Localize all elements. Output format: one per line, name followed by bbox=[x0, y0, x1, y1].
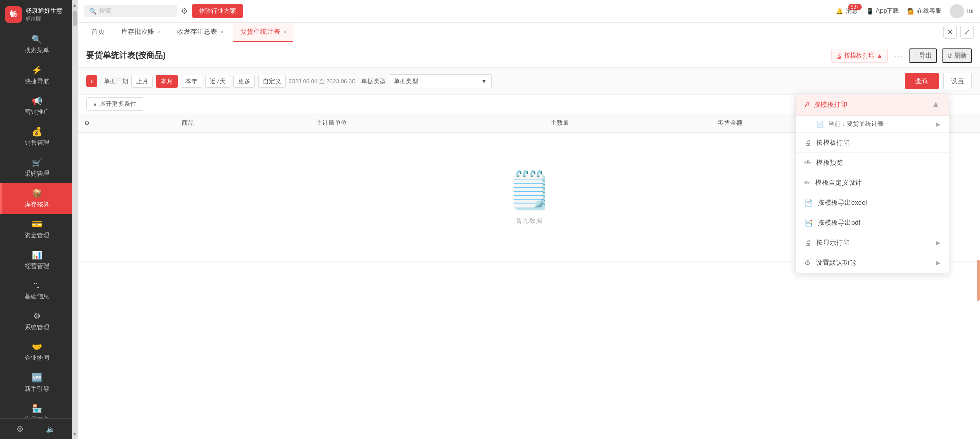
settings-icon[interactable]: ⚙ bbox=[16, 424, 24, 434]
sidebar-item-guide[interactable]: 🆕 新手引导 bbox=[0, 368, 72, 398]
industry-btn[interactable]: 体验行业方案 bbox=[192, 4, 243, 18]
online-service-btn[interactable]: 💁 在线客服 bbox=[907, 7, 942, 15]
print-btn[interactable]: 🖨 按模板打印 ▲ bbox=[831, 49, 888, 63]
sidebar-item-search[interactable]: 🔍 搜索菜单 bbox=[0, 29, 72, 60]
empty-illustration: 🗒️ bbox=[507, 169, 552, 211]
sidebar-logo: 畅 畅康通好生意 标准版 bbox=[0, 0, 72, 29]
tab-order-stats[interactable]: 要货单统计表 × bbox=[233, 23, 293, 42]
phone-icon: 📱 bbox=[866, 8, 874, 15]
dropdown-item-template-print[interactable]: 🖨 按模板打印 bbox=[796, 133, 949, 153]
refresh-btn[interactable]: ↺ 刷新 bbox=[942, 48, 972, 63]
display-print-arrow: ▶ bbox=[936, 239, 940, 246]
sidebar-item-appstore[interactable]: 🏪 应用中心 bbox=[0, 398, 72, 418]
export-excel-icon: 📄 bbox=[804, 199, 813, 207]
sidebar-item-purchase[interactable]: 🛒 采购管理 bbox=[0, 152, 72, 183]
topbar-search[interactable]: 🔍 搜索 bbox=[84, 5, 177, 17]
date-btn-last-7days[interactable]: 近7天 bbox=[205, 75, 230, 88]
online-service-label: 在线客服 bbox=[917, 7, 942, 15]
volume-icon[interactable]: 🔈 bbox=[46, 424, 56, 434]
settings-gear-icon[interactable]: ⚙ bbox=[181, 6, 188, 16]
expand-more-label: 展开更多条件 bbox=[100, 100, 136, 108]
tab-collection-summary[interactable]: 收发存汇总表 × bbox=[170, 23, 230, 42]
dropdown-item-display-print[interactable]: 🖨 按显示打印 ▶ bbox=[796, 233, 949, 253]
sidebar: 畅 畅康通好生意 标准版 🔍 搜索菜单 ⚡ 快捷导航 📢 营销推广 💰 销售管理… bbox=[0, 0, 72, 439]
window-expand-btn[interactable]: ⤢ bbox=[960, 26, 974, 39]
export-excel-label: 按模板导出excel bbox=[818, 198, 867, 207]
app-download-btn[interactable]: 📱 App下载 bbox=[866, 7, 899, 15]
dropdown-item-default-func[interactable]: ⚙ 设置默认功能 ▶ bbox=[796, 253, 949, 273]
date-btn-more[interactable]: 更多 bbox=[233, 75, 255, 88]
service-icon: 💁 bbox=[907, 8, 915, 15]
purchase-icon: 🛒 bbox=[32, 158, 42, 167]
scroll-thumb[interactable] bbox=[73, 11, 77, 26]
sidebar-item-sales[interactable]: 💰 销售管理 bbox=[0, 122, 72, 152]
display-print-icon: 🖨 bbox=[804, 239, 811, 247]
dropdown-title: 按模板打印 bbox=[814, 100, 847, 109]
template-print-icon: 🖨 bbox=[804, 139, 811, 147]
sidebar-nav: 🔍 搜索菜单 ⚡ 快捷导航 📢 营销推广 💰 销售管理 🛒 采购管理 📦 库存核… bbox=[0, 29, 72, 418]
logo-icon: 畅 bbox=[5, 6, 22, 23]
dropdown-item-template-preview[interactable]: 👁 模板预览 bbox=[796, 153, 949, 173]
tab-inventory-batch-close[interactable]: × bbox=[158, 29, 161, 35]
scroll-up-btn[interactable]: ▲ bbox=[72, 0, 78, 10]
print-dropdown: 🖨 按模板打印 ▲ 📄 当前：要货单统计表 ▶ 🖨 按模板打印 👁 模板预览 bbox=[795, 93, 949, 273]
display-print-label: 按显示打印 bbox=[816, 238, 850, 247]
messages-badge: 99+ bbox=[848, 4, 862, 10]
order-type-select[interactable]: 单据类型 ▼ bbox=[389, 74, 492, 88]
default-func-arrow: ▶ bbox=[936, 259, 940, 266]
shortcut-icon: ⚡ bbox=[32, 65, 42, 75]
tab-order-stats-close[interactable]: × bbox=[283, 29, 286, 35]
sidebar-scrollbar[interactable]: ▲ ▼ bbox=[72, 0, 78, 439]
page-content: 要货单统计表(按商品) 🖨 按模板打印 ▲ ⋯ ↑ 导出 ↺ 刷新 bbox=[78, 42, 980, 439]
date-btn-custom[interactable]: 自定义 bbox=[258, 75, 286, 88]
messages-btn[interactable]: 🔔 消息 99+ bbox=[836, 7, 858, 15]
right-scrollbar[interactable] bbox=[977, 260, 980, 301]
operation-icon: 📊 bbox=[32, 250, 42, 260]
filter-bar: › 单据日期 上月 本月 本年 近7天 更多 自定义 2023-06-01 至 … bbox=[78, 68, 980, 95]
export-icon: ↑ bbox=[914, 52, 917, 60]
table-settings-btn[interactable]: 设置 bbox=[943, 73, 972, 89]
dropdown-close-btn[interactable]: ▲ bbox=[931, 99, 940, 110]
col-settings[interactable]: ⚙ bbox=[78, 113, 175, 133]
dropdown-item-export-pdf[interactable]: 📑 按模板导出pdf bbox=[796, 213, 949, 233]
sidebar-item-inventory[interactable]: 📦 库存核算 bbox=[0, 183, 72, 214]
sidebar-item-operation[interactable]: 📊 经营管理 bbox=[0, 245, 72, 276]
date-btn-this-year[interactable]: 本年 bbox=[181, 75, 202, 88]
window-close-btn[interactable]: ✕ bbox=[943, 26, 957, 39]
expand-more-btn[interactable]: ∨ 展开更多条件 bbox=[86, 97, 143, 111]
dropdown-item-template-custom[interactable]: ✏ 模板自定义设计 bbox=[796, 173, 949, 193]
chevron-down-icon: ▼ bbox=[481, 78, 487, 85]
sidebar-item-label: 基础信息 bbox=[25, 292, 49, 301]
current-template-label: 当前：要货单统计表 bbox=[828, 120, 884, 128]
print-icon: 🖨 bbox=[836, 52, 842, 60]
export-btn[interactable]: ↑ 导出 bbox=[909, 48, 937, 63]
date-btn-this-month[interactable]: 本月 bbox=[156, 75, 178, 88]
scroll-down-btn[interactable]: ▼ bbox=[72, 429, 78, 439]
tab-inventory-batch[interactable]: 库存批次账 × bbox=[114, 23, 168, 42]
query-btn[interactable]: 查询 bbox=[905, 73, 939, 89]
sidebar-item-shortcut[interactable]: ⚡ 快捷导航 bbox=[0, 60, 72, 91]
app-download-label: App下载 bbox=[876, 7, 899, 15]
avatar bbox=[950, 4, 964, 18]
date-filter-label: 单据日期 bbox=[104, 77, 128, 86]
sidebar-item-label: 搜索菜单 bbox=[25, 46, 49, 55]
dropdown-item-export-excel[interactable]: 📄 按模板导出excel bbox=[796, 193, 949, 213]
date-btn-last-month[interactable]: 上月 bbox=[131, 75, 153, 88]
sidebar-item-collab[interactable]: 🤝 企业协同 bbox=[0, 337, 72, 368]
sidebar-item-basic[interactable]: 🗂 基础信息 bbox=[0, 276, 72, 306]
page-actions: 🖨 按模板打印 ▲ ⋯ ↑ 导出 ↺ 刷新 bbox=[831, 48, 972, 63]
dropdown-current-template[interactable]: 📄 当前：要货单统计表 ▶ bbox=[796, 116, 949, 133]
sidebar-item-finance[interactable]: 💳 资金管理 bbox=[0, 214, 72, 245]
tab-collection-summary-close[interactable]: × bbox=[220, 29, 223, 35]
tab-home[interactable]: 首页 bbox=[84, 23, 112, 42]
sidebar-item-marketing[interactable]: 📢 营销推广 bbox=[0, 91, 72, 122]
user-avatar-btn[interactable]: Rit bbox=[950, 4, 974, 18]
order-type-value: 单据类型 bbox=[394, 77, 418, 86]
refresh-label: 刷新 bbox=[954, 51, 967, 60]
sidebar-item-system[interactable]: ⚙ 系统管理 bbox=[0, 306, 72, 337]
marketing-icon: 📢 bbox=[32, 96, 42, 106]
filter-expand-btn[interactable]: › bbox=[86, 75, 97, 87]
search-icon: 🔍 bbox=[89, 8, 97, 15]
sidebar-item-label: 企业协同 bbox=[25, 354, 49, 362]
empty-text: 暂无数据 bbox=[516, 216, 542, 225]
